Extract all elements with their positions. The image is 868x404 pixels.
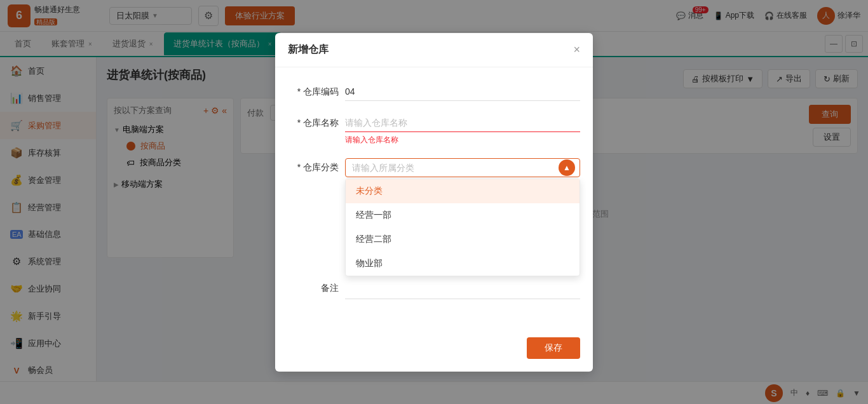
code-input[interactable] [345,83,580,101]
note-form-row: 备注 [288,279,580,302]
modal-overlay[interactable]: 新增仓库 × * 仓库编码 * 仓库名称 请输入仓库名称 * 仓库分类 [0,0,868,404]
modal-title: 新增仓库 [288,43,329,57]
dropdown-item-dept2[interactable]: 经营二部 [346,227,580,252]
code-control [345,83,580,101]
name-input[interactable] [345,114,580,132]
category-label: * 仓库分类 [288,158,345,173]
code-form-row: * 仓库编码 [288,83,580,101]
category-toggle-arrow[interactable]: ▲ [559,159,575,176]
modal-close-button[interactable]: × [573,43,580,57]
modal-body: * 仓库编码 * 仓库名称 请输入仓库名称 * 仓库分类 [275,67,593,330]
modal-header: 新增仓库 × [275,33,593,67]
category-form-row: * 仓库分类 ▲ 未分类 经营一部 经营二部 物业部 [288,158,580,177]
name-error-msg: 请输入仓库名称 [345,135,580,145]
note-label: 备注 [288,279,345,294]
category-dropdown: 未分类 经营一部 经营二部 物业部 [345,178,580,276]
note-textarea[interactable] [345,279,580,299]
add-warehouse-modal: 新增仓库 × * 仓库编码 * 仓库名称 请输入仓库名称 * 仓库分类 [275,33,593,372]
name-label: * 仓库名称 [288,114,345,129]
modal-footer: 保存 [275,330,593,372]
name-control: 请输入仓库名称 [345,114,580,145]
category-input[interactable] [345,158,580,177]
note-control [345,279,580,302]
dropdown-item-uncategorized[interactable]: 未分类 [346,179,580,203]
name-form-row: * 仓库名称 请输入仓库名称 [288,114,580,145]
save-button[interactable]: 保存 [527,337,580,359]
dropdown-item-dept1[interactable]: 经营一部 [346,203,580,227]
category-input-wrap: ▲ [345,158,580,177]
category-control: ▲ 未分类 经营一部 经营二部 物业部 [345,158,580,177]
code-label: * 仓库编码 [288,83,345,98]
dropdown-item-dept3[interactable]: 物业部 [346,252,580,276]
